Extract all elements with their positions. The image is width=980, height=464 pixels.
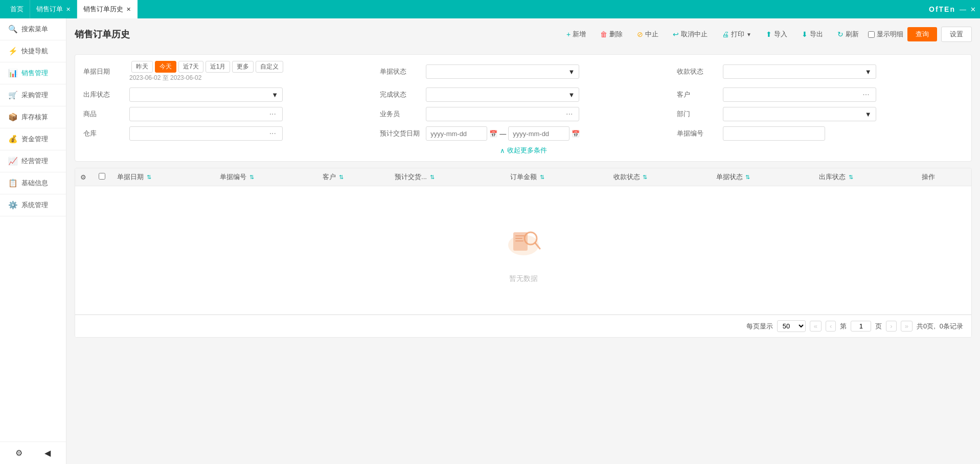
bill-number-input[interactable]: [723, 126, 825, 141]
empty-cell: 暂无数据: [75, 186, 971, 315]
product-label: 商品: [83, 109, 129, 119]
salesperson-label: 业务员: [380, 109, 426, 119]
expected-date-start-input[interactable]: [426, 126, 487, 141]
table-select-all-checkbox[interactable]: [99, 173, 105, 180]
empty-row: 暂无数据: [75, 186, 971, 315]
sidebar-item-quick-nav[interactable]: ⚡ 快捷导航: [0, 40, 66, 62]
table-header-settings[interactable]: ⚙: [75, 168, 94, 186]
table-header-order-amount[interactable]: 订单金额 ⇅: [505, 168, 608, 186]
cancel-stop-label: 取消中止: [681, 30, 708, 39]
customer-select[interactable]: ···: [723, 87, 876, 102]
customer-control: ···: [723, 87, 963, 102]
table-header-bill-date[interactable]: 单据日期 ⇅: [112, 168, 215, 186]
close-icon[interactable]: ✕: [970, 6, 976, 13]
sidebar-item-inventory-check-label: 库存核算: [21, 113, 48, 122]
table-header-checkbox[interactable]: [94, 168, 112, 186]
cancel-stop-button[interactable]: ↩ 取消中止: [668, 27, 713, 41]
date-control: 昨天 今天 近7天 近1月 更多 自定义 2023-06-02 至 2023-0…: [129, 61, 370, 82]
bill-status-label: 单据状态: [380, 67, 426, 76]
data-table: ⚙ 单据日期 ⇅ 单据编号 ⇅: [75, 168, 971, 315]
query-label: 查询: [916, 30, 929, 38]
bill-status-select[interactable]: ▼: [426, 64, 579, 79]
complete-status-control: ▼: [426, 87, 666, 102]
complete-status-select[interactable]: ▼: [426, 87, 579, 102]
tab-sales-order-close[interactable]: ✕: [66, 6, 71, 13]
sidebar-settings-icon[interactable]: ⚙: [15, 448, 22, 458]
date-btn-more[interactable]: 更多: [232, 61, 254, 73]
sidebar-item-purchase-mgmt-label: 采购管理: [21, 91, 48, 100]
department-select[interactable]: ▼: [723, 107, 876, 121]
main-layout: 🔍 搜索菜单 ⚡ 快捷导航 📊 销售管理 🛒 采购管理 📦 库存核算 💰 资金管…: [0, 18, 980, 464]
date-btn-custom[interactable]: 自定义: [256, 61, 283, 73]
salesperson-select[interactable]: ···: [426, 107, 579, 121]
sidebar-item-search-menu[interactable]: 🔍 搜索菜单: [0, 18, 66, 40]
tab-home[interactable]: 首页: [4, 0, 30, 18]
finance-mgmt-icon: 💰: [8, 135, 17, 144]
sidebar-collapse-icon[interactable]: ◀: [44, 448, 51, 458]
next-page-button[interactable]: ›: [886, 321, 896, 332]
table-header-payment-status[interactable]: 收款状态 ⇅: [608, 168, 711, 186]
sidebar-item-purchase-mgmt[interactable]: 🛒 采购管理: [0, 84, 66, 106]
date-btn-last7days[interactable]: 近7天: [178, 61, 203, 73]
stop-button[interactable]: ⊘ 中止: [632, 27, 664, 41]
table-header-expected-delivery[interactable]: 预计交货... ⇅: [390, 168, 505, 186]
payment-status-col-label: 收款状态: [613, 173, 640, 181]
settings-button[interactable]: 设置: [941, 27, 972, 42]
calendar-icon-start[interactable]: 📅: [489, 130, 497, 138]
salesperson-dots-icon[interactable]: ···: [564, 110, 575, 118]
table-header-out-status[interactable]: 出库状态 ⇅: [814, 168, 917, 186]
sidebar-item-sys-mgmt[interactable]: ⚙️ 系统管理: [0, 194, 66, 216]
date-btn-today[interactable]: 今天: [155, 61, 176, 73]
export-button[interactable]: ⬇ 导出: [796, 27, 828, 41]
expected-date-end-input[interactable]: [508, 126, 569, 141]
table-header-customer[interactable]: 客户 ⇅: [317, 168, 390, 186]
bill-date-col-label: 单据日期: [117, 173, 144, 181]
print-icon: 🖨: [722, 30, 729, 38]
table-header-bill-status[interactable]: 单据状态 ⇅: [711, 168, 814, 186]
warehouse-select[interactable]: ···: [129, 126, 283, 141]
tab-sales-order-history-close[interactable]: ✕: [126, 6, 131, 13]
refresh-button[interactable]: ↻ 刷新: [832, 27, 864, 41]
product-dots-icon[interactable]: ···: [267, 110, 278, 118]
prev-page-button[interactable]: ‹: [826, 321, 836, 332]
customer-col-label: 客户: [323, 173, 336, 181]
date-btn-last1month[interactable]: 近1月: [206, 61, 231, 73]
payment-status-select[interactable]: ▼: [723, 64, 876, 79]
first-page-button[interactable]: «: [810, 321, 822, 332]
print-button[interactable]: 🖨 打印 ▼: [717, 27, 757, 41]
delete-icon: 🗑: [600, 30, 607, 38]
calendar-icon-end[interactable]: 📅: [572, 130, 580, 138]
svg-rect-3: [515, 238, 522, 239]
warehouse-dots-icon[interactable]: ···: [267, 129, 278, 138]
display-columns-checkbox[interactable]: [868, 31, 875, 38]
order-amount-col-label: 订单金额: [510, 173, 537, 181]
sales-mgmt-icon: 📊: [8, 69, 17, 78]
page-label: 第: [840, 322, 847, 331]
out-status-select[interactable]: ▼: [129, 87, 283, 102]
query-button[interactable]: 查询: [907, 27, 937, 41]
tab-sales-order[interactable]: 销售订单 ✕: [30, 0, 77, 18]
top-bar: 首页 销售订单 ✕ 销售订单历史 ✕ OfTEn — ✕: [0, 0, 980, 18]
customer-dots-icon[interactable]: ···: [860, 91, 871, 99]
product-select[interactable]: ···: [129, 107, 283, 121]
sidebar-item-inventory-check[interactable]: 📦 库存核算: [0, 106, 66, 128]
tab-sales-order-history[interactable]: 销售订单历史 ✕: [77, 0, 138, 18]
table-header-bill-number[interactable]: 单据编号 ⇅: [215, 168, 317, 186]
table-settings-icon[interactable]: ⚙: [80, 173, 86, 181]
sidebar-item-sales-mgmt[interactable]: 📊 销售管理: [0, 62, 66, 84]
new-button[interactable]: + 新增: [561, 27, 591, 41]
display-columns-checkbox-label[interactable]: 显示明细: [868, 30, 903, 39]
delete-button[interactable]: 🗑 删除: [595, 27, 628, 41]
sidebar-item-basic-info[interactable]: 📋 基础信息: [0, 172, 66, 194]
sidebar-item-finance-mgmt[interactable]: 💰 资金管理: [0, 128, 66, 150]
page-number-input[interactable]: [851, 321, 871, 332]
page-size-select[interactable]: 50 10 20 100: [777, 320, 806, 332]
display-columns-label: 显示明细: [877, 30, 903, 39]
last-page-button[interactable]: »: [901, 321, 913, 332]
sidebar-item-operations-mgmt[interactable]: 📈 经营管理: [0, 150, 66, 172]
collapse-row[interactable]: ∧ 收起更多条件: [83, 146, 963, 155]
filter-row-4: 仓库 ··· 预计交货日期 📅 — 📅 单据编号: [83, 126, 963, 141]
date-btn-yesterday[interactable]: 昨天: [131, 61, 153, 73]
import-button[interactable]: ⬆ 导入: [761, 27, 792, 41]
minimize-icon[interactable]: —: [960, 6, 966, 13]
